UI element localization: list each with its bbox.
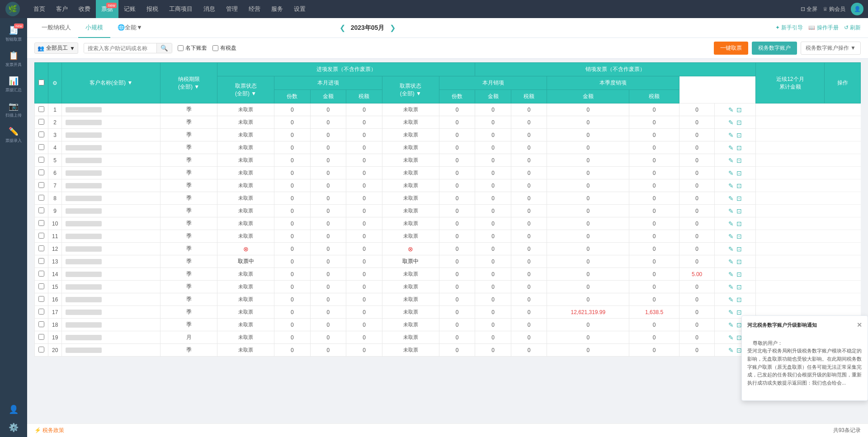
copy-icon[interactable]: ⊡ — [736, 258, 742, 265]
select-all-checkbox[interactable] — [38, 80, 44, 85]
digital-account-button[interactable]: 税务数字账户 — [752, 42, 797, 55]
tab-general-taxpayer[interactable]: 一般纳税人 — [34, 18, 78, 38]
row-checkbox[interactable] — [38, 207, 44, 213]
row-checkbox[interactable] — [38, 195, 44, 201]
refresh-button[interactable]: ↺ 刷新 — [844, 24, 861, 32]
edit-icon[interactable]: ✎ — [728, 169, 734, 177]
copy-icon[interactable]: ⊡ — [736, 207, 742, 215]
tax-policy-link[interactable]: ⚡ 税务政策 — [34, 427, 64, 434]
copy-icon[interactable]: ⊡ — [736, 157, 742, 164]
one-click-button[interactable]: 一键取票 — [714, 42, 748, 55]
checkbox-accounts[interactable]: 名下账套 — [178, 44, 207, 52]
edit-icon[interactable]: ✎ — [728, 283, 734, 291]
row-checkbox[interactable] — [38, 271, 44, 277]
accounts-checkbox[interactable] — [178, 45, 184, 51]
row-checkbox[interactable] — [38, 347, 44, 352]
row-checkbox[interactable] — [38, 106, 44, 112]
nav-service[interactable]: 服务 — [266, 0, 288, 18]
row-checkbox[interactable] — [38, 169, 44, 175]
edit-icon[interactable]: ✎ — [728, 334, 734, 341]
edit-icon[interactable]: ✎ — [728, 347, 734, 354]
edit-icon[interactable]: ✎ — [728, 271, 734, 278]
search-input[interactable] — [84, 44, 156, 53]
copy-icon[interactable]: ⊡ — [736, 283, 742, 291]
nav-message[interactable]: 消息 — [198, 0, 221, 18]
copy-icon[interactable]: ⊡ — [736, 233, 742, 240]
row-checkbox[interactable] — [38, 182, 44, 188]
row-checkbox[interactable] — [38, 132, 44, 137]
copy-icon[interactable]: ⊡ — [736, 182, 742, 189]
copy-icon[interactable]: ⊡ — [736, 309, 742, 316]
edit-icon[interactable]: ✎ — [728, 296, 734, 303]
sidebar-item-scan[interactable]: 📷 扫描上传 — [1, 98, 26, 122]
nav-customer[interactable]: 客户 — [51, 0, 73, 18]
edit-icon[interactable]: ✎ — [728, 132, 734, 139]
sidebar-item-smart-invoice[interactable]: 🧾 智能取票 new — [1, 22, 26, 46]
nav-tax[interactable]: 报税 — [141, 0, 164, 18]
copy-icon[interactable]: ⊡ — [736, 220, 742, 227]
tax-disk-checkbox[interactable] — [212, 45, 218, 51]
edit-icon[interactable]: ✎ — [728, 157, 734, 164]
copy-icon[interactable]: ⊡ — [736, 132, 742, 139]
row-checkbox[interactable] — [38, 144, 44, 150]
edit-icon[interactable]: ✎ — [728, 233, 734, 240]
copy-icon[interactable]: ⊡ — [736, 169, 742, 177]
edit-icon[interactable]: ✎ — [728, 195, 734, 202]
copy-icon[interactable]: ⊡ — [736, 119, 742, 126]
row-checkbox[interactable] — [38, 220, 44, 226]
copy-icon[interactable]: ⊡ — [736, 271, 742, 278]
employee-select[interactable]: 👥 全部员工 ▼ — [34, 42, 78, 54]
edit-icon[interactable]: ✎ — [728, 258, 734, 265]
edit-icon[interactable]: ✎ — [728, 309, 734, 316]
digital-account-action-button[interactable]: 税务数字账户操作 ▼ — [801, 42, 861, 55]
sidebar-user[interactable]: 👤 — [1, 401, 26, 418]
row-checkbox[interactable] — [38, 258, 44, 264]
copy-icon[interactable]: ⊡ — [736, 245, 742, 253]
prev-month-button[interactable]: ❮ — [340, 23, 345, 32]
next-month-button[interactable]: ❯ — [390, 23, 396, 32]
row-checkbox[interactable] — [38, 283, 44, 289]
edit-icon[interactable]: ✎ — [728, 321, 734, 329]
popup-close-button[interactable]: ✕ — [857, 321, 862, 329]
sidebar-item-summary[interactable]: 📊 票据汇总 — [1, 72, 26, 97]
nav-accounting[interactable]: 记账 — [118, 0, 141, 18]
copy-icon[interactable]: ⊡ — [736, 144, 742, 151]
row-checkbox[interactable] — [38, 245, 44, 251]
edit-icon[interactable]: ✎ — [728, 106, 734, 113]
logo[interactable]: 🌿 — [5, 1, 21, 17]
fullscreen-button[interactable]: ⊡ 全屏 — [801, 5, 817, 13]
member-button[interactable]: ♕ 购会员 — [823, 5, 845, 13]
operation-manual-link[interactable]: 📖 操作手册 — [808, 24, 838, 32]
edit-icon[interactable]: ✎ — [728, 144, 734, 151]
row-checkbox[interactable] — [38, 309, 44, 315]
row-checkbox[interactable] — [38, 334, 44, 340]
nav-invoice[interactable]: 票据 new — [96, 0, 118, 18]
sidebar-gear[interactable]: ⚙️ — [1, 419, 26, 436]
search-button[interactable]: 🔍 — [156, 43, 172, 53]
edit-icon[interactable]: ✎ — [728, 245, 734, 253]
row-checkbox[interactable] — [38, 321, 44, 327]
row-checkbox[interactable] — [38, 296, 44, 302]
row-checkbox[interactable] — [38, 233, 44, 239]
tab-all[interactable]: 🌐 全能 ▼ — [110, 18, 150, 38]
edit-icon[interactable]: ✎ — [728, 119, 734, 126]
sidebar-item-open-invoice[interactable]: 📋 发票开具 — [1, 47, 26, 71]
nav-management[interactable]: 管理 — [221, 0, 243, 18]
edit-icon[interactable]: ✎ — [728, 207, 734, 215]
nav-operation[interactable]: 经营 — [243, 0, 266, 18]
row-checkbox[interactable] — [38, 119, 44, 125]
row-checkbox[interactable] — [38, 157, 44, 163]
copy-icon[interactable]: ⊡ — [736, 195, 742, 202]
checkbox-tax-disk[interactable]: 有税盘 — [212, 44, 236, 52]
edit-icon[interactable]: ✎ — [728, 182, 734, 189]
new-guide-link[interactable]: ✦ 新手引导 — [775, 24, 803, 32]
nav-billing[interactable]: 收费 — [73, 0, 96, 18]
copy-icon[interactable]: ⊡ — [736, 296, 742, 303]
nav-settings[interactable]: 设置 — [288, 0, 311, 18]
tab-small-scale[interactable]: 小规模 — [78, 18, 110, 38]
nav-home[interactable]: 首页 — [28, 0, 51, 18]
copy-icon[interactable]: ⊡ — [736, 106, 742, 113]
sidebar-item-entry[interactable]: ✏️ 票据录入 — [1, 123, 26, 147]
edit-icon[interactable]: ✎ — [728, 220, 734, 227]
user-avatar[interactable]: 👤 — [851, 3, 863, 15]
